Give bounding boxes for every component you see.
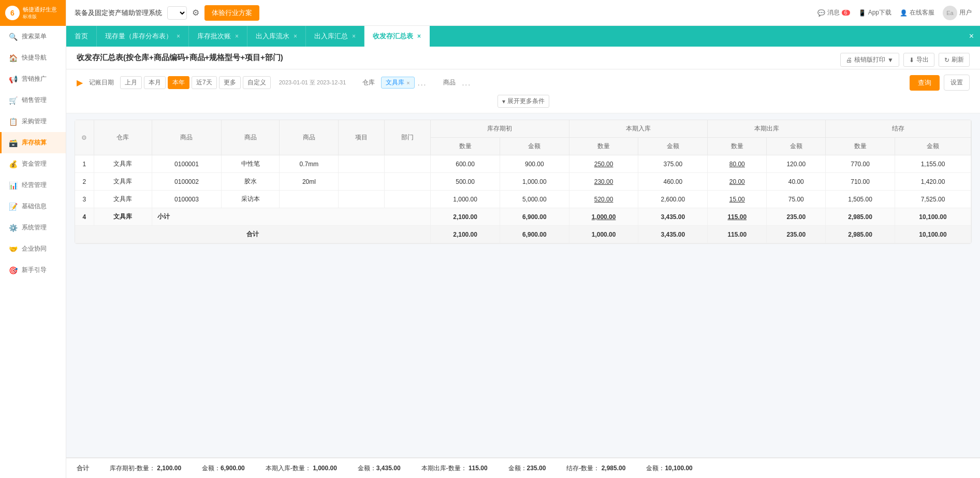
row-code: 0100001 <box>152 155 222 173</box>
app-logo: 6 畅捷通好生意 标准版 <box>0 0 66 26</box>
col-project-header: 项目 <box>339 120 385 155</box>
close-all-tabs-icon[interactable]: × <box>963 32 980 41</box>
footer-balance-qty: 结存-数量： 2,985.00 <box>566 464 625 473</box>
this-month-btn[interactable]: 本月 <box>144 76 166 89</box>
online-service-btn[interactable]: 👤 在线客服 <box>900 8 934 17</box>
row-out-amt: 75.00 <box>767 191 826 208</box>
row-name: 采访本 <box>221 191 280 208</box>
main-area: 装备及固定资产辅助管理系统 ⚙ 体验行业方案 💬 消息 6 📱 App下载 👤 … <box>66 0 980 478</box>
tab-home[interactable]: 首页 <box>66 26 97 47</box>
subtotal-out-amt: 235.00 <box>767 208 826 226</box>
subtotal-in-qty[interactable]: 1,000.00 <box>569 208 638 226</box>
tab-inout-flow[interactable]: 出入库流水 × <box>247 26 306 47</box>
sidebar-item-system[interactable]: ⚙️ 系统管理 <box>0 217 66 238</box>
row-spec: 0.7mm <box>280 155 339 173</box>
tab-batch[interactable]: 库存批次账 × <box>189 26 247 47</box>
sidebar-item-finance[interactable]: 💰 资金管理 <box>0 153 66 175</box>
row-dept <box>385 155 431 173</box>
sidebar-item-guide[interactable]: 🎯 新手引导 <box>0 259 66 281</box>
row-in-qty[interactable]: 250.00 <box>569 155 638 173</box>
custom-date-btn[interactable]: 自定义 <box>243 76 271 89</box>
query-button[interactable]: 查询 <box>910 75 940 91</box>
sidebar-item-basic-label: 基础信息 <box>22 202 47 211</box>
sidebar-item-marketing[interactable]: 📢 营销推广 <box>0 68 66 90</box>
row-in-qty[interactable]: 230.00 <box>569 173 638 191</box>
row-out-amt: 40.00 <box>767 173 826 191</box>
total-footer-label: 合计 <box>77 464 89 473</box>
row-out-qty[interactable]: 20.00 <box>708 173 767 191</box>
col-balance-amt-header: 金额 <box>895 138 971 155</box>
sidebar-item-operations-label: 经营管理 <box>22 181 47 190</box>
row-no: 3 <box>75 191 94 208</box>
product-more-btn[interactable]: ... <box>462 79 471 87</box>
row-balance-amt: 1,155.00 <box>895 155 971 173</box>
tab-recv-send-summary-label: 收发存汇总表 <box>373 32 413 41</box>
col-out-amt-header: 金额 <box>767 138 826 155</box>
tab-recv-send-summary[interactable]: 收发存汇总表 × <box>364 26 430 47</box>
export-button[interactable]: ⬇ 导出 <box>903 53 934 67</box>
warehouse-more-btn[interactable]: ... <box>418 79 427 87</box>
row-out-qty[interactable]: 15.00 <box>708 191 767 208</box>
subtotal-warehouse: 文具库 <box>94 208 152 226</box>
tab-inventory-dist[interactable]: 现存量（库存分布表） × <box>97 26 189 47</box>
tab-inout-summary-close[interactable]: × <box>352 33 356 40</box>
tab-inout-flow-close[interactable]: × <box>294 33 297 40</box>
service-icon: 👤 <box>900 9 908 17</box>
filter-area: ▶ 记账日期 上月 本月 本年 近7天 更多 自定义 2023-01-01 至 … <box>66 69 980 113</box>
more-dates-btn[interactable]: 更多 <box>219 76 241 89</box>
sidebar-item-operations[interactable]: 📊 经营管理 <box>0 175 66 196</box>
sidebar-item-purchase[interactable]: 📋 采购管理 <box>0 111 66 132</box>
subtotal-in-amt: 3,435.00 <box>638 208 708 226</box>
subtotal-balance-qty: 2,985.00 <box>826 208 895 226</box>
system-icon: ⚙️ <box>9 224 18 232</box>
date-btn-group: 上月 本月 本年 近7天 更多 自定义 <box>120 76 271 89</box>
home-icon: 🏠 <box>9 54 18 62</box>
subtotal-out-qty[interactable]: 115.00 <box>708 208 767 226</box>
this-year-btn[interactable]: 本年 <box>168 76 189 89</box>
row-opening-qty: 600.00 <box>431 155 500 173</box>
row-code: 0100003 <box>152 191 222 208</box>
last-month-btn[interactable]: 上月 <box>120 76 142 89</box>
warehouse-tag-remove[interactable]: × <box>406 80 409 86</box>
sidebar-item-enterprise[interactable]: 🤝 企业协同 <box>0 238 66 259</box>
row-out-qty[interactable]: 80.00 <box>708 155 767 173</box>
filter-toggle-icon[interactable]: ▶ <box>77 78 83 88</box>
sidebar-item-sales[interactable]: 🛒 销售管理 <box>0 90 66 111</box>
message-btn[interactable]: 💬 消息 6 <box>817 8 850 17</box>
sidebar-item-search-label: 搜索菜单 <box>22 32 47 41</box>
sidebar-item-search[interactable]: 🔍 搜索菜单 <box>0 26 66 47</box>
marketing-icon: 📢 <box>9 75 18 83</box>
footer-opening-amt: 金额：6,900.00 <box>202 464 245 473</box>
print-button[interactable]: 🖨 核销版打印 ▼ <box>840 53 899 67</box>
warehouse-tag: 文具库 × <box>381 77 414 89</box>
expand-conditions-btn[interactable]: ▾ 展开更多条件 <box>498 95 549 108</box>
sidebar-item-inventory[interactable]: 🗃️ 库存核算 <box>0 132 66 153</box>
app-download-label: App下载 <box>868 8 891 17</box>
tab-inout-summary[interactable]: 出入库汇总 × <box>306 26 364 47</box>
row-in-qty[interactable]: 520.00 <box>569 191 638 208</box>
user-menu[interactable]: Ea 用户 <box>943 6 972 20</box>
row-no: 2 <box>75 173 94 191</box>
settings-button[interactable]: 设置 <box>944 75 970 91</box>
sidebar-item-basic[interactable]: 📝 基础信息 <box>0 196 66 217</box>
purchase-icon: 📋 <box>9 118 18 126</box>
refresh-button[interactable]: ↻ 刷新 <box>939 53 970 67</box>
settings-gear-icon[interactable]: ⚙ <box>192 8 199 18</box>
sidebar-item-purchase-label: 采购管理 <box>22 117 47 126</box>
trial-button[interactable]: 体验行业方案 <box>204 5 259 21</box>
table-settings-icon[interactable]: ⚙ <box>81 134 87 141</box>
last-7days-btn[interactable]: 近7天 <box>192 76 217 89</box>
tab-inventory-dist-close[interactable]: × <box>177 33 180 40</box>
col-out-qty-header: 数量 <box>708 138 767 155</box>
subtotal-opening-qty: 2,100.00 <box>431 208 500 226</box>
table-section: ⚙ 仓库 商品 商品 商品 项目 部门 库存期初 本期入库 本期出库 结存 <box>75 120 972 244</box>
sales-icon: 🛒 <box>9 96 18 105</box>
sidebar-item-quick-nav[interactable]: 🏠 快捷导航 <box>0 47 66 68</box>
tab-recv-send-summary-close[interactable]: × <box>417 33 421 40</box>
message-badge: 6 <box>842 10 850 16</box>
app-download-btn[interactable]: 📱 App下载 <box>858 8 891 17</box>
tab-batch-close[interactable]: × <box>235 33 239 40</box>
finance-icon: 💰 <box>9 160 18 168</box>
col-opening-amt-header: 金额 <box>500 138 569 155</box>
system-select[interactable] <box>167 6 187 20</box>
